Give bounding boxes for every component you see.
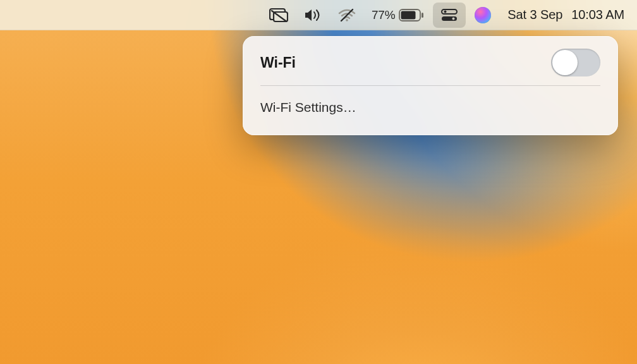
date-label: Sat 3 Sep bbox=[507, 8, 562, 22]
time-label: 10:03 AM bbox=[571, 8, 624, 22]
toggle-knob bbox=[552, 50, 578, 75]
wifi-off-icon[interactable] bbox=[330, 0, 364, 30]
battery-status[interactable]: 77% bbox=[364, 8, 432, 22]
svg-rect-6 bbox=[401, 11, 416, 19]
screen-mirroring-icon[interactable] bbox=[262, 0, 296, 30]
wifi-dropdown-panel: Wi-Fi Wi-Fi Settings… bbox=[243, 36, 618, 135]
wifi-toggle-row: Wi-Fi bbox=[260, 49, 600, 76]
control-center-icon[interactable] bbox=[433, 3, 466, 28]
battery-icon bbox=[399, 9, 424, 21]
siri-icon[interactable] bbox=[467, 0, 499, 30]
wifi-settings-label: Wi-Fi Settings… bbox=[260, 100, 356, 115]
wifi-settings-link[interactable]: Wi-Fi Settings… bbox=[260, 94, 600, 121]
svg-point-9 bbox=[444, 10, 447, 13]
svg-rect-7 bbox=[422, 13, 423, 18]
svg-point-11 bbox=[452, 17, 455, 20]
wifi-toggle[interactable] bbox=[551, 49, 600, 76]
menu-bar: 77% Sat 3 Sep 10:03 AM bbox=[0, 0, 637, 30]
battery-percent-label: 77% bbox=[372, 8, 395, 22]
datetime-display[interactable]: Sat 3 Sep 10:03 AM bbox=[499, 8, 631, 22]
divider bbox=[260, 85, 600, 86]
svg-point-3 bbox=[346, 19, 348, 21]
wifi-title: Wi-Fi bbox=[260, 54, 296, 71]
volume-icon[interactable] bbox=[296, 0, 330, 30]
